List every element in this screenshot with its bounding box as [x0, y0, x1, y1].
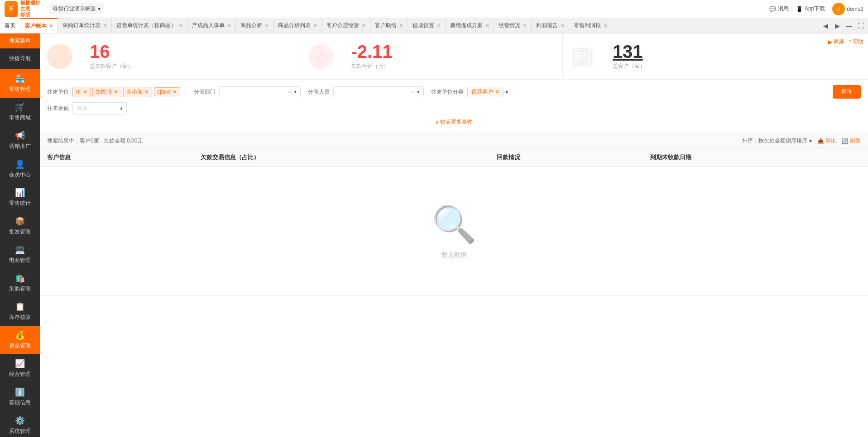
filter-classify-tag: 普通客户 ✕ [467, 87, 504, 97]
top-bar-right: 💬 消息 📱 App下载 d demo2 [769, 3, 863, 15]
col-customer-info: 客户信息 [40, 149, 193, 166]
tab-close-account-book[interactable]: ✕ [49, 24, 53, 28]
tab-purchase-stat-product[interactable]: 进货单统计表（按商品） ✕ [112, 18, 187, 33]
filter-select-dept[interactable]: ··· ▾ [219, 86, 301, 97]
sidebar-item-purchase-mgmt[interactable]: 🛍️ 采购管理 [0, 269, 40, 297]
tab-profit-report[interactable]: 利润报告 ✕ [532, 18, 569, 33]
tab-product-instock[interactable]: 产成品入库单 ✕ [187, 18, 236, 33]
tab-close-retail-profit[interactable]: ✕ [604, 23, 607, 28]
tab-operation-status[interactable]: 经营情况 ✕ [494, 18, 532, 33]
stat-card-customers: ¥ 16 总欠款客户（家） [40, 33, 301, 79]
col-overdue-date: 到期未收款日期 [643, 149, 868, 166]
sidebar-item-retail-stats[interactable]: 📊 零售统计 [0, 183, 40, 212]
filter-tag-chen: 陈民强 ✕ [92, 87, 121, 97]
user-menu[interactable]: d demo2 [832, 3, 863, 15]
sidebar-item-marketing[interactable]: 📢 营销推广 [0, 126, 40, 155]
org-selector[interactable]: 母婴行业演示帐套 ▾ [49, 3, 104, 14]
filter-select-person[interactable]: ··· ▾ [333, 86, 424, 97]
sidebar-item-operation-mgmt[interactable]: 📈 经营管理 [0, 354, 40, 383]
col-debt-info: 欠款交易信息（占比） [193, 149, 489, 166]
tab-close-product-instock[interactable]: ✕ [227, 23, 231, 28]
tab-home[interactable]: 首页 [0, 18, 20, 33]
empty-state: 🔍 暂无数据 [40, 167, 868, 295]
top-bar: ¥ 畅捷通好生意 标版 母婴行业演示帐套 ▾ 💬 消息 📱 App下载 d de… [0, 0, 868, 18]
tab-customer-contact[interactable]: 客户联络 ✕ [370, 18, 408, 33]
sidebar-item-ecommerce-mgmt[interactable]: 💻 电商管理 [0, 240, 40, 269]
filter-classify-wrap: 普通客户 ✕ ▾ [467, 87, 508, 97]
sidebar-search[interactable]: 搜索菜单 [0, 33, 40, 48]
sidebar-item-system-mgmt[interactable]: ⚙️ 系统管理 [0, 411, 40, 437]
stat-label-total-customers: 总客户（家） [613, 62, 645, 70]
result-sort[interactable]: 排序：按欠款金额倒序排序 ▾ [742, 137, 812, 145]
tab-customer-segment[interactable]: 客户分层经营 ✕ [322, 18, 370, 33]
refresh-button[interactable]: 🔄 刷新 [842, 137, 861, 145]
export-button[interactable]: 📤 导出 [817, 137, 836, 145]
filter-label-person: 分管人员 [308, 88, 330, 96]
tab-close-customer-contact[interactable]: ✕ [399, 23, 403, 28]
empty-icon: 🔍 [432, 203, 477, 246]
tab-close-new-raise-plan[interactable]: ✕ [485, 23, 489, 28]
tab-bar: 首页 客户账本 ✕ 采购订单统计表 ✕ 进货单统计表（按商品） ✕ 产成品入库单… [0, 18, 868, 33]
sidebar-item-finance-mgmt[interactable]: 💰 资金管理 [0, 326, 40, 354]
query-button[interactable]: 查询 [833, 85, 861, 99]
tab-minimize-button[interactable]: — [844, 20, 854, 31]
filter-label-classify: 往来单位分类 [431, 88, 464, 96]
filter-more-tags[interactable]: ··· [182, 89, 187, 95]
filter-select-balance[interactable]: 选择... ▾ [72, 102, 127, 114]
tab-next-button[interactable]: ▶ [832, 20, 843, 31]
filter-tag-wu: 伍 ✕ [72, 87, 91, 97]
message-button[interactable]: 💬 消息 [769, 5, 789, 13]
tab-close-product-analysis[interactable]: ✕ [265, 23, 269, 28]
filter-row-2: 往来余额 选择... ▾ [47, 102, 861, 114]
sidebar-item-inventory-check[interactable]: 📋 库存核算 [0, 297, 40, 326]
filter-tag-cjttcw-close[interactable]: ✕ [173, 89, 177, 95]
filter-classify-tag-close[interactable]: ✕ [495, 89, 499, 95]
tab-product-analysis-list[interactable]: 商品分析列表 ✕ [273, 18, 322, 33]
collapse-button[interactable]: ∧ 收起更多条件 [47, 118, 861, 126]
filter-row-1: 往来单位 伍 ✕ 陈民强 ✕ 王小亮 ✕ cjttcw [47, 85, 861, 99]
sidebar-item-retail-mall[interactable]: 🛒 零售商城 [0, 98, 40, 126]
marketing-icon: 📢 [15, 131, 25, 141]
retail-stats-icon: 📊 [15, 188, 25, 198]
filter-tag-chen-close[interactable]: ✕ [114, 89, 118, 95]
sidebar-item-basic-info[interactable]: ℹ️ 基础信息 [0, 383, 40, 411]
tab-close-operation-status[interactable]: ✕ [523, 23, 527, 28]
tab-raise-settings[interactable]: 提成设置 ✕ [408, 18, 446, 33]
result-actions: 排序：按欠款金额倒序排序 ▾ 📤 导出 🔄 刷新 [742, 137, 861, 145]
retail-mall-icon: 🛒 [15, 102, 25, 112]
sidebar-item-quick-nav[interactable]: 快捷导航 [0, 51, 40, 66]
filter-tag-wu-close[interactable]: ✕ [83, 89, 87, 95]
table-wrap: 客户信息 欠款交易信息（占比） 回款情况 到期未收款日期 🔍 暂无数据 [40, 149, 868, 437]
tab-controls: ◀ ▶ — ⛶ [818, 20, 868, 31]
sidebar-item-wholesale-mgmt[interactable]: 📦 批发管理 [0, 212, 40, 240]
filter-tag-wang-close[interactable]: ✕ [144, 89, 149, 95]
tab-close-customer-segment[interactable]: ✕ [362, 23, 365, 28]
sidebar-item-member-center[interactable]: 👤 会员中心 [0, 155, 40, 183]
tab-product-analysis[interactable]: 商品分析 ✕ [236, 18, 273, 33]
tab-close-profit-report[interactable]: ✕ [561, 23, 564, 28]
video-link[interactable]: ▶ 视频 [828, 38, 844, 46]
tab-account-book[interactable]: 客户账本 ✕ [20, 18, 58, 33]
filter-area: 往来单位 伍 ✕ 陈民强 ✕ 王小亮 ✕ cjttcw [40, 80, 868, 133]
tab-new-raise-plan[interactable]: 新增提成方案 ✕ [446, 18, 494, 33]
app-download-button[interactable]: 📱 App下载 [796, 5, 825, 13]
tab-prev-button[interactable]: ◀ [820, 20, 831, 31]
empty-text: 暂无数据 [441, 251, 467, 259]
ecommerce-mgmt-icon: 💻 [15, 245, 25, 255]
basic-info-icon: ℹ️ [15, 387, 25, 397]
logo: ¥ 畅捷通好生意 标版 [5, 0, 44, 18]
tab-maximize-button[interactable]: ⛶ [855, 20, 866, 31]
tab-purchase-order-stat[interactable]: 采购订单统计表 ✕ [58, 18, 112, 33]
filter-label-unit: 往来单位 [47, 88, 69, 96]
filter-label-dept: 分管部门 [194, 88, 216, 96]
tab-close-purchase-order-stat[interactable]: ✕ [103, 23, 107, 28]
sidebar-item-retail-mgmt[interactable]: 🏪 零售管理 [0, 69, 40, 98]
tab-close-purchase-stat-product[interactable]: ✕ [179, 23, 182, 28]
table-empty-row: 🔍 暂无数据 [40, 166, 868, 296]
tab-close-product-analysis-list[interactable]: ✕ [313, 23, 317, 28]
tab-retail-profit[interactable]: 零售利润报 ✕ [569, 18, 612, 33]
stat-label-customers: 总欠款客户（家） [90, 62, 133, 70]
logo-icon: ¥ [5, 1, 18, 17]
help-link[interactable]: ? 帮助 [849, 38, 863, 46]
tab-close-raise-settings[interactable]: ✕ [437, 23, 441, 28]
